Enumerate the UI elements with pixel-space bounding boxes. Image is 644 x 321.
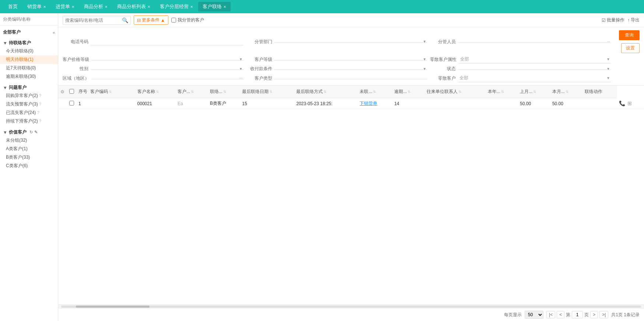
nav-customer-contact[interactable]: 客户联络 ✕ xyxy=(198,2,231,11)
payment-chevron-icon: ▼ xyxy=(423,67,426,71)
th-contacts-label: 联络... xyxy=(210,89,223,95)
pending-group: ▼ 待联络客户 今天待联络(0) 明天待联络(1) 近7天待联络(0) 逾期未联… xyxy=(0,38,58,81)
sidebar-item-week[interactable]: 近7天待联络(0) xyxy=(0,64,58,72)
next-page-button[interactable]: > xyxy=(590,311,598,318)
value-group-label: 价值客户 xyxy=(9,129,27,135)
sidebar-item-declining[interactable]: 持续下滑客户(2) ? xyxy=(0,117,58,125)
th-overdue-sort[interactable]: 逾期... ⇅ xyxy=(394,89,422,95)
nav-customer-contact-close-icon[interactable]: ✕ xyxy=(223,5,226,9)
row-type: B类客户 xyxy=(210,101,226,106)
page-number-input[interactable] xyxy=(572,311,583,318)
th-this-month: 本月... ⇅ xyxy=(550,86,582,98)
nav-purchase[interactable]: 进货单 ✕ xyxy=(51,2,79,11)
nav-customer-tier-close-icon[interactable]: ✕ xyxy=(190,5,193,9)
page-unit: 页 xyxy=(584,312,589,318)
sidebar-item-class-a[interactable]: A类客户(1) xyxy=(0,145,58,153)
select-all-checkbox[interactable] xyxy=(69,89,74,94)
row-contact-icon[interactable]: 📞 xyxy=(619,100,625,106)
filter-person-select[interactable]: ··· xyxy=(458,41,611,43)
sidebar-item-class-b[interactable]: B类客户(33) xyxy=(0,153,58,162)
value-refresh-icon[interactable]: ↻ xyxy=(29,130,33,135)
th-contacts-person-sort[interactable]: 往来单位联系人 ⇅ xyxy=(427,89,483,95)
th-type-sort[interactable]: 客户... ⇅ xyxy=(178,89,206,95)
filter-price-level-select[interactable]: ▼ xyxy=(91,59,244,61)
sidebar-item-today[interactable]: 今天待联络(0) xyxy=(0,47,58,55)
sidebar-item-tomorrow[interactable]: 明天待联络(1) xyxy=(0,55,58,64)
prev-page-button[interactable]: < xyxy=(557,311,564,318)
problem-triangle-icon: ▼ xyxy=(3,85,7,90)
filter-retail-customer-select[interactable]: 全部 ▼ xyxy=(458,74,611,82)
row-code: 000021 xyxy=(137,101,152,106)
filter-customer-type-select[interactable] xyxy=(274,77,427,79)
row-uncontacted: 14 xyxy=(394,101,399,106)
th-contacts-sort[interactable]: 联络... ⇅ xyxy=(210,89,238,95)
nav-sales-label: 销货单 xyxy=(27,3,42,10)
sidebar-item-churned[interactable]: 已流失客户(24) ? xyxy=(0,108,58,117)
last-page-button[interactable]: >| xyxy=(599,311,608,318)
filter-region-select[interactable]: ··· xyxy=(91,77,244,79)
nav-goods-list-close-icon[interactable]: ✕ xyxy=(147,5,150,9)
set-button[interactable]: 设置 xyxy=(621,43,640,53)
more-filter-label: 更多条件 xyxy=(142,17,160,23)
sidebar-item-class-c[interactable]: C类客户(6) xyxy=(0,162,58,170)
th-name-sort[interactable]: 客户名称 ⇅ xyxy=(137,89,173,95)
nav-goods-analysis[interactable]: 商品分析 ✕ xyxy=(80,2,112,11)
nav-purchase-close-icon[interactable]: ✕ xyxy=(71,5,74,9)
th-this-month-sort[interactable]: 本月... ⇅ xyxy=(552,89,580,95)
page-size-select[interactable]: 50 100 200 xyxy=(525,311,543,319)
sidebar-collapse-icon[interactable]: « xyxy=(53,30,55,35)
th-last-method: 最后联络方式 ⇅ xyxy=(294,86,357,98)
th-last-date-sort[interactable]: 最后联络日期 ⇅ xyxy=(242,89,292,95)
filter-retail-attr-label: 零散客户属性 xyxy=(430,56,456,63)
nav-home[interactable]: 首页 xyxy=(4,2,22,11)
scrollbar-thumb[interactable] xyxy=(76,306,150,308)
th-contacts-person-label: 往来单位联系人 xyxy=(427,89,458,95)
my-customer-checkbox-wrap[interactable]: 我分管的客户 xyxy=(171,17,204,23)
filter-retail-attr-select[interactable]: 全部 ▼ xyxy=(459,55,611,63)
th-type-label: 客户... xyxy=(178,89,190,95)
row-more-icon[interactable]: ⊞ xyxy=(627,100,632,106)
row-last-method[interactable]: 下销货单 xyxy=(360,101,377,106)
sidebar-item-overdue[interactable]: 逾期未联络(30) xyxy=(0,72,58,81)
nav-sales-close-icon[interactable]: ✕ xyxy=(43,5,46,9)
customers-table: ⚙ 序号 客户编码 ⇅ xyxy=(58,86,644,109)
nav-customer-tier[interactable]: 客户分层经营 ✕ xyxy=(155,2,197,11)
column-settings-icon[interactable]: ⚙ xyxy=(60,89,64,94)
nav-goods-list[interactable]: 商品分析列表 ✕ xyxy=(113,2,155,11)
filter-gender-select[interactable]: ▼ xyxy=(91,68,244,70)
row-checkbox[interactable] xyxy=(69,101,74,106)
row-name: Ea xyxy=(178,101,183,106)
first-page-button[interactable]: |< xyxy=(546,311,555,318)
th-overdue: 逾期... ⇅ xyxy=(392,86,424,98)
filter-person-label: 分管人员 xyxy=(430,39,456,45)
sidebar-item-class-b-label: B类客户(33) xyxy=(6,155,30,160)
filter-phone-input[interactable] xyxy=(91,38,244,45)
filter-dept-select[interactable]: ▼ xyxy=(274,41,427,43)
th-uncontacted-sort[interactable]: 未联... ⇅ xyxy=(360,89,390,95)
td-overdue xyxy=(424,98,486,109)
horizontal-scrollbar[interactable] xyxy=(58,304,644,308)
more-filter-button[interactable]: ⊟ 更多条件 ▲ xyxy=(134,15,168,25)
nav-sales[interactable]: 销货单 ✕ xyxy=(23,2,50,11)
search-icon[interactable]: 🔍 xyxy=(122,17,128,23)
nav-goods-analysis-close-icon[interactable]: ✕ xyxy=(105,5,108,9)
filter-payment-select[interactable]: ▼ xyxy=(274,68,427,70)
search-input[interactable] xyxy=(65,18,120,23)
filter-status-select[interactable]: ▼ xyxy=(458,68,611,70)
query-button[interactable]: 查询 xyxy=(619,30,640,40)
th-last-month-sort[interactable]: 上月... ⇅ xyxy=(520,89,548,95)
sidebar-item-ungroup[interactable]: 未分组(32) xyxy=(0,136,58,145)
filter-customer-level-select[interactable]: ▼ xyxy=(274,59,427,61)
th-this-year-sort[interactable]: 本年... ⇅ xyxy=(488,89,516,95)
value-edit-icon[interactable]: ✎ xyxy=(34,130,38,135)
this-month-sort-icon: ⇅ xyxy=(566,90,568,94)
th-last-method-sort[interactable]: 最后联络方式 ⇅ xyxy=(296,89,355,95)
my-customer-checkbox[interactable] xyxy=(171,18,176,23)
sidebar-search-input[interactable] xyxy=(3,17,58,22)
export-button[interactable]: ↑ 导出 xyxy=(627,17,640,23)
th-code-sort[interactable]: 序号 客户编码 ⇅ xyxy=(78,89,133,95)
sidebar-item-repurchase[interactable]: 回购异常客户(2) ? xyxy=(0,92,58,100)
batch-op-button[interactable]: ☑ 批量操作 xyxy=(602,17,624,23)
td-last-month: 50.00 xyxy=(550,98,582,109)
sidebar-item-churn-warning[interactable]: 流失预警客户(3) ? xyxy=(0,100,58,108)
